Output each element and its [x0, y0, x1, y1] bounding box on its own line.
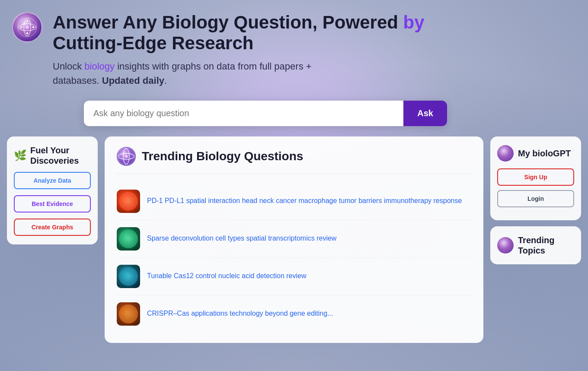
page-title: Answer Any Biology Question, Powered byC…: [53, 12, 425, 54]
table-row[interactable]: PD-1 PD-L1 spatial interaction head neck…: [117, 183, 471, 220]
biolo-gpt-card: My bioloGPT Sign Up Login: [490, 136, 581, 220]
svg-point-5: [20, 26, 22, 29]
question-list: PD-1 PD-L1 spatial interaction head neck…: [117, 183, 471, 333]
panel-divider: [117, 174, 471, 174]
biolo-icon: [497, 145, 514, 162]
biolo-gpt-title: My bioloGPT: [497, 145, 574, 162]
question-thumbnail: [117, 227, 140, 251]
main-content: 🌿 Fuel Your Discoveries Analyze Data Bes…: [0, 136, 588, 371]
fuel-icon: 🌿: [14, 149, 27, 162]
search-input[interactable]: [84, 101, 403, 126]
question-link[interactable]: PD-1 PD-L1 spatial interaction head neck…: [147, 196, 462, 206]
login-button[interactable]: Login: [497, 190, 574, 207]
table-row[interactable]: Sparse deconvolution cell types spatial …: [117, 220, 471, 258]
svg-point-6: [32, 26, 35, 29]
trending-icon: [497, 237, 514, 254]
question-link[interactable]: CRISPR–Cas applications technology beyon…: [147, 309, 333, 318]
panel-title: Trending Biology Questions: [142, 149, 303, 163]
left-sidebar: 🌿 Fuel Your Discoveries Analyze Data Bes…: [7, 136, 98, 244]
question-thumbnail: [117, 265, 140, 288]
ask-button[interactable]: Ask: [403, 101, 447, 126]
table-row[interactable]: CRISPR–Cas applications technology beyon…: [117, 295, 471, 333]
table-row[interactable]: Tunable Cas12 control nucleic acid detec…: [117, 258, 471, 295]
question-thumbnail: [117, 190, 140, 213]
header: Answer Any Biology Question, Powered byC…: [0, 0, 588, 96]
center-panel: Trending Biology Questions PD-1 PD-L1 sp…: [105, 136, 483, 343]
search-bar: Ask: [84, 101, 447, 126]
create-graphs-button[interactable]: Create Graphs: [14, 219, 91, 236]
analyze-data-button[interactable]: Analyze Data: [14, 172, 91, 189]
sidebar-title: 🌿 Fuel Your Discoveries: [14, 145, 91, 166]
question-link[interactable]: Tunable Cas12 control nucleic acid detec…: [147, 271, 307, 281]
question-thumbnail: [117, 302, 140, 326]
signup-button[interactable]: Sign Up: [497, 168, 574, 186]
question-link[interactable]: Sparse deconvolution cell types spatial …: [147, 234, 336, 243]
right-sidebar: My bioloGPT Sign Up Login Trending Topic…: [490, 136, 581, 264]
search-area: Ask: [0, 96, 588, 136]
best-evidence-button[interactable]: Best Evidence: [14, 195, 91, 212]
svg-point-4: [26, 32, 29, 35]
trending-topics-card: Trending Topics: [490, 226, 581, 264]
header-subtitle: Unlock biology insights with graphs on d…: [53, 59, 425, 88]
logo[interactable]: [12, 12, 42, 42]
biolo-gpt-name: My bioloGPT: [518, 148, 571, 159]
panel-header: Trending Biology Questions: [117, 147, 471, 166]
biology-link[interactable]: biology: [84, 61, 115, 72]
svg-point-13: [125, 155, 128, 158]
svg-point-9: [26, 25, 29, 29]
trending-label: Trending Topics: [518, 235, 574, 256]
sidebar-heading: Fuel Your Discoveries: [30, 145, 91, 166]
panel-icon: [117, 147, 136, 166]
header-text: Answer Any Biology Question, Powered byC…: [53, 12, 425, 88]
trending-card-title: Trending Topics: [497, 235, 574, 256]
